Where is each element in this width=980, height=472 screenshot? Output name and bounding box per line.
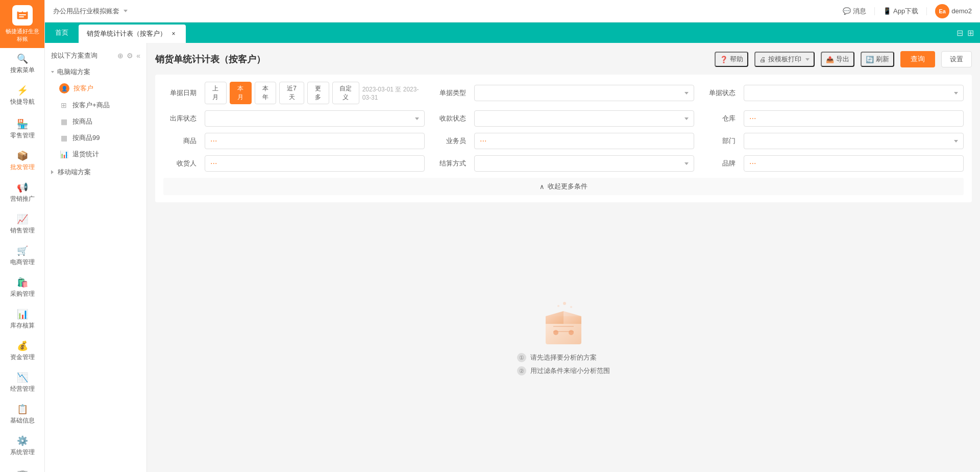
tip-num-2: ② [517,366,526,375]
empty-state-tips: ① 请先选择要分析的方案 ② 用过滤条件来缩小分析范围 [517,353,610,375]
export-btn[interactable]: 📤 导出 [821,52,854,67]
payment-status-select[interactable] [474,110,694,127]
out-status-select[interactable] [205,110,425,127]
payment-status-arrow-icon [684,117,689,120]
sidebar-item-operation[interactable]: 📉 经营管理 [0,367,44,398]
sidebar-item-retail[interactable]: 🏪 零售管理 [0,113,44,145]
goods-select[interactable]: ··· [205,133,425,149]
tab-sales-stat[interactable]: 销货单统计计表（按客户） × [79,25,186,43]
sidebar-item-search[interactable]: 🔍 搜索菜单 [0,48,44,80]
date-btn-last-month[interactable]: 上月 [205,82,227,104]
group-collapse-icon [51,170,54,174]
sales-icon: 📈 [17,214,28,225]
sidebar-item-wholesale[interactable]: 📦 批发管理 [0,145,44,177]
out-status-label: 出库状态 [163,114,197,123]
message-btn[interactable]: 💬 消息 [843,7,866,16]
order-status-select[interactable] [744,85,964,101]
tab-close-icon[interactable]: × [169,30,178,38]
receiver-dots: ··· [210,159,217,168]
date-btn-more[interactable]: 更多 [307,82,329,104]
collapse-bar[interactable]: ∧ 收起更多条件 [163,178,964,195]
department-select[interactable] [744,133,964,149]
order-type-cell [474,85,694,101]
account-dropdown[interactable]: 办公用品行业模拟账套 [53,7,128,16]
app-download-label: App下载 [893,7,918,16]
sidebar-item-purchase[interactable]: 🛍️ 采购管理 [0,272,44,303]
tab-home-label: 首页 [55,28,68,37]
warehouse-select[interactable]: ··· [744,110,964,127]
customer-goods-icon: ⊞ [59,101,68,110]
app-download-btn[interactable]: 📱 App下载 [883,7,918,16]
collapse-panel-icon[interactable]: « [136,52,140,60]
date-btn-7days[interactable]: 近7天 [279,82,304,104]
scheme-group-mobile-header[interactable]: 移动端方案 [45,164,146,180]
scheme-settings-icon[interactable]: ⚙ [127,52,133,60]
sidebar-item-system[interactable]: ⚙️ 系统管理 [0,430,44,462]
out-status-arrow-icon [415,117,419,120]
department-label: 部门 [702,136,736,146]
group-expand-icon [51,71,54,73]
topbar: 办公用品行业模拟账套 💬 消息 📱 App下载 Ea demo2 [45,0,980,22]
query-btn[interactable]: 查询 [900,51,935,67]
sidebar-item-sales[interactable]: 📈 销售管理 [0,208,44,240]
tab-minimize-icon[interactable]: ⊟ [957,28,963,38]
print-btn[interactable]: 🖨 按模板打印 [754,52,815,67]
scheme-item-by-goods99[interactable]: ▦ 按商品99 [45,130,146,146]
scheme-group-desktop-header[interactable]: 电脑端方案 [45,64,146,80]
help-btn[interactable]: ❓ 帮助 [715,52,748,67]
sidebar-item-enterprise[interactable]: 🏢 企业协同 [0,464,44,472]
svg-point-11 [569,330,574,335]
right-panel: 销货单统计计表（按客户） ❓ 帮助 🖨 按模板打印 📤 导出 [147,43,980,472]
query-label: 查询 [911,55,925,63]
date-range-display: 2023-03-01 至 2023-03-31 [362,85,425,101]
customer-icon: 👤 [61,86,67,91]
tab-home[interactable]: 首页 [45,22,79,43]
settlement-arrow-icon [684,162,689,165]
scheme-item-label: 按商品 [72,117,92,126]
date-btn-this-year[interactable]: 本年 [255,82,277,104]
mobile-icon: 📱 [883,7,891,15]
warehouse-dots: ··· [749,114,756,123]
date-btn-custom[interactable]: 自定义 [332,82,359,104]
filter-area: 单据日期 上月 本月 本年 近7天 更多 自定义 2023-03-01 至 20… [155,75,972,202]
brand-select[interactable]: ··· [744,155,964,172]
order-type-select[interactable] [474,85,694,101]
scheme-item-by-customer-goods[interactable]: ⊞ 按客户+商品 [45,97,146,113]
date-btn-this-month[interactable]: 本月 [230,82,252,104]
settlement-select[interactable] [474,155,694,172]
refresh-btn[interactable]: 🔄 刷新 [861,52,894,67]
svg-rect-3 [19,14,26,15]
empty-state-illustration [533,296,594,347]
tab-maximize-icon[interactable]: ⊞ [967,28,974,38]
sidebar-item-basic[interactable]: 📋 基础信息 [0,398,44,430]
receiver-select[interactable]: ··· [205,155,425,172]
filter-row-2: 出库状态 收款状态 仓库 [163,110,964,127]
order-status-label: 单据状态 [702,88,736,98]
scheme-item-by-goods[interactable]: ▦ 按商品 [45,113,146,130]
tip-item-1: ① 请先选择要分析的方案 [517,353,610,362]
settings-btn[interactable]: 设置 [941,51,972,67]
salesperson-select[interactable]: ··· [474,133,694,149]
scheme-item-return-stat[interactable]: 📊 退货统计 [45,146,146,162]
tip-num-1: ① [517,353,526,362]
page-title-row: 销货单统计计表（按客户） ❓ 帮助 🖨 按模板打印 📤 导出 [155,51,972,67]
warehouse-cell: ··· [744,110,964,127]
tabbar-right: ⊟ ⊞ [957,28,980,38]
svg-point-12 [563,302,566,305]
scheme-group-mobile: 移动端方案 [45,163,146,181]
username-label: demo2 [951,7,972,15]
message-icon: 💬 [843,7,851,15]
sidebar-item-quick-nav[interactable]: ⚡ 快捷导航 [0,80,44,111]
settlement-label: 结算方式 [433,159,466,168]
sidebar-item-ecommerce[interactable]: 🛒 电商管理 [0,240,44,272]
user-profile[interactable]: Ea demo2 [935,4,972,18]
sidebar-item-finance[interactable]: 💰 资金管理 [0,335,44,367]
sidebar-item-marketing[interactable]: 📢 营销推广 [0,177,44,208]
sidebar-item-label: 电商管理 [10,258,35,267]
content: 按以下方案查询 ⊕ ⚙ « 电脑端方案 👤 按客户 [45,43,980,472]
sidebar-item-stock[interactable]: 📊 库存核算 [0,303,44,335]
scheme-item-by-customer[interactable]: 👤 按客户 [45,80,146,97]
svg-rect-1 [18,9,22,12]
order-type-arrow-icon [684,92,689,95]
add-scheme-icon[interactable]: ⊕ [117,52,124,60]
